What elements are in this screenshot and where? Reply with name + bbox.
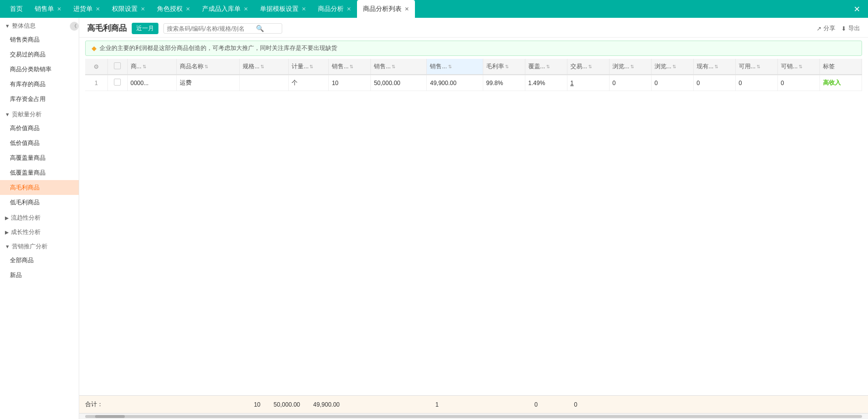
sidebar-item-stocked-goods[interactable]: 有库存的商品 bbox=[0, 77, 79, 92]
cell-sales-amt: 50,000.00 bbox=[371, 75, 427, 91]
footer-sales-amt: 50,000.00 bbox=[263, 401, 303, 408]
cell-trade[interactable]: 1 bbox=[567, 75, 609, 91]
footer-row: 合计： 10 50,000.00 49,900.00 1 0 0 bbox=[79, 395, 868, 413]
table-row: 1 0000... 运费 个 10 50,000.00 49,900.00 99… bbox=[85, 75, 862, 91]
sidebar-collapse-btn[interactable]: 《 bbox=[70, 22, 79, 31]
th-sales-qty[interactable]: 销售... ⇅ bbox=[329, 59, 371, 75]
close-sales-tab[interactable]: ✕ bbox=[57, 6, 61, 12]
close-permission-tab[interactable]: ✕ bbox=[141, 6, 145, 12]
search-icon[interactable]: 🔍 bbox=[256, 25, 264, 32]
th-browse2[interactable]: 浏览... ⇅ bbox=[651, 59, 693, 75]
tab-template[interactable]: 单据模板设置 ✕ bbox=[254, 0, 312, 18]
close-product-analysis-tab[interactable]: ✕ bbox=[347, 6, 351, 12]
th-sales-amt[interactable]: 销售... ⇅ bbox=[371, 59, 427, 75]
sort-icon-name: ⇅ bbox=[204, 64, 208, 69]
sidebar-group-growth[interactable]: ▶ 成长性分析 bbox=[0, 224, 79, 238]
trade-link[interactable]: 1 bbox=[570, 80, 574, 87]
chevron-down-icon-2: ▼ bbox=[5, 112, 10, 117]
sort-icon-cover: ⇅ bbox=[546, 64, 550, 69]
chevron-down-icon-3: ▼ bbox=[5, 244, 10, 249]
th-avail[interactable]: 可用... ⇅ bbox=[735, 59, 777, 75]
sidebar-item-sales-goods[interactable]: 销售类商品 bbox=[0, 32, 79, 47]
share-btn[interactable]: ↗ 分享 bbox=[817, 24, 835, 33]
footer-sales-cost: 49,900.00 bbox=[303, 401, 343, 408]
scroll-bar-track[interactable] bbox=[85, 415, 862, 418]
sidebar-item-low-cover[interactable]: 低覆盖量商品 bbox=[0, 165, 79, 180]
sidebar-item-new-goods[interactable]: 新品 bbox=[0, 268, 79, 282]
cell-code: 0000... bbox=[127, 75, 176, 91]
sort-icon-sales-cost: ⇅ bbox=[448, 64, 452, 69]
close-template-tab[interactable]: ✕ bbox=[302, 6, 306, 12]
close-role-tab[interactable]: ✕ bbox=[186, 6, 190, 12]
sidebar-item-all-goods[interactable]: 全部商品 bbox=[0, 253, 79, 268]
cell-sales-qty: 10 bbox=[329, 75, 371, 91]
select-all-checkbox[interactable] bbox=[114, 62, 121, 69]
export-icon: ⬇ bbox=[841, 25, 846, 32]
export-btn[interactable]: ⬇ 导出 bbox=[841, 24, 860, 33]
th-browse1[interactable]: 浏览... ⇅ bbox=[609, 59, 651, 75]
th-tag[interactable]: 标签 bbox=[819, 59, 862, 75]
cell-gross-rate: 99.8% bbox=[483, 75, 525, 91]
table-header-row: ⚙ 商... ⇅ 商品名称 bbox=[85, 59, 862, 75]
sort-icon-sales-qty: ⇅ bbox=[350, 64, 354, 69]
sidebar-item-low-margin[interactable]: 低毛利商品 bbox=[0, 195, 79, 210]
sidebar-item-high-margin[interactable]: 高毛利商品 bbox=[0, 180, 79, 195]
tab-finished-goods[interactable]: 产成品入库单 ✕ bbox=[196, 0, 254, 18]
sidebar-group-flow[interactable]: ▶ 流趋性分析 bbox=[0, 210, 79, 224]
th-sales-cost[interactable]: 销售... ⇅ bbox=[427, 59, 483, 75]
tab-product-analysis-list[interactable]: 商品分析列表 ✕ bbox=[357, 0, 415, 18]
cell-stock: 0 bbox=[693, 75, 735, 91]
content-header: 高毛利商品 近一月 🔍 ↗ 分享 ⬇ 导出 bbox=[79, 18, 868, 38]
tab-home[interactable]: 首页 bbox=[4, 0, 29, 18]
th-name[interactable]: 商品名称 ⇅ bbox=[176, 59, 240, 75]
info-icon: ◆ bbox=[92, 45, 97, 52]
tab-permission[interactable]: 权限设置 ✕ bbox=[106, 0, 151, 18]
sidebar-item-high-value[interactable]: 高价值商品 bbox=[0, 121, 79, 136]
th-code[interactable]: 商... ⇅ bbox=[127, 59, 176, 75]
th-cover[interactable]: 覆盖... ⇅ bbox=[525, 59, 567, 75]
th-settings[interactable]: ⚙ bbox=[85, 59, 107, 75]
tab-purchase[interactable]: 进货单 ✕ bbox=[67, 0, 106, 18]
content-area: 高毛利商品 近一月 🔍 ↗ 分享 ⬇ 导出 ◆ 企业的主要的利润都是这部分商品创… bbox=[79, 18, 868, 419]
filter-recent-month-btn[interactable]: 近一月 bbox=[132, 23, 158, 34]
cell-avail: 0 bbox=[735, 75, 777, 91]
th-check[interactable] bbox=[107, 59, 127, 75]
sidebar-item-high-cover[interactable]: 高覆盖量商品 bbox=[0, 150, 79, 165]
sidebar-item-low-value[interactable]: 低价值商品 bbox=[0, 136, 79, 150]
sidebar-item-traded-goods[interactable]: 交易过的商品 bbox=[0, 47, 79, 62]
sort-icon-sales-amt: ⇅ bbox=[392, 64, 396, 69]
sidebar: 《 ▼ 整体信息 销售类商品 交易过的商品 商品分类助销率 有库存的商品 库存资… bbox=[0, 18, 79, 419]
close-finished-goods-tab[interactable]: ✕ bbox=[244, 6, 248, 12]
sidebar-group-contribution[interactable]: ▼ 贡献量分析 bbox=[0, 106, 79, 121]
th-stock[interactable]: 现有... ⇅ bbox=[693, 59, 735, 75]
tab-sales[interactable]: 销售单 ✕ bbox=[29, 0, 67, 18]
table-wrapper: ⚙ 商... ⇅ 商品名称 bbox=[85, 59, 862, 395]
th-sell[interactable]: 可销... ⇅ bbox=[777, 59, 819, 75]
nav-close-all[interactable]: ✕ bbox=[850, 4, 864, 14]
sidebar-item-stock-capital[interactable]: 库存资金占用 bbox=[0, 92, 79, 106]
close-purchase-tab[interactable]: ✕ bbox=[96, 6, 100, 12]
header-actions: ↗ 分享 ⬇ 导出 bbox=[817, 24, 860, 33]
sidebar-group-marketing[interactable]: ▼ 营销推广分析 bbox=[0, 238, 79, 253]
search-input[interactable] bbox=[167, 25, 256, 32]
sort-icon-stock: ⇅ bbox=[715, 64, 718, 69]
info-banner: ◆ 企业的主要的利润都是这部分商品创造的，可考虑加大推广，同时关注库存是不要出现… bbox=[85, 41, 862, 56]
close-product-analysis-list-tab[interactable]: ✕ bbox=[405, 6, 409, 12]
cell-check[interactable] bbox=[107, 75, 127, 91]
tab-product-analysis[interactable]: 商品分析 ✕ bbox=[312, 0, 357, 18]
sort-icon-unit: ⇅ bbox=[309, 64, 313, 69]
cell-browse1: 0 bbox=[609, 75, 651, 91]
sidebar-group-overall[interactable]: ▼ 整体信息 bbox=[0, 18, 79, 32]
sort-icon-code: ⇅ bbox=[143, 64, 147, 69]
th-spec[interactable]: 规格... ⇅ bbox=[240, 59, 289, 75]
sidebar-item-category-assist[interactable]: 商品分类助销率 bbox=[0, 62, 79, 77]
th-trade[interactable]: 交易... ⇅ bbox=[567, 59, 609, 75]
th-unit[interactable]: 计量... ⇅ bbox=[289, 59, 329, 75]
th-gross-rate[interactable]: 毛利率 ⇅ bbox=[483, 59, 525, 75]
row-checkbox[interactable] bbox=[114, 79, 121, 86]
page-title: 高毛利商品 bbox=[87, 23, 127, 34]
cell-sell: 0 bbox=[777, 75, 819, 91]
scroll-thumb[interactable] bbox=[95, 415, 125, 418]
tab-role[interactable]: 角色授权 ✕ bbox=[151, 0, 196, 18]
footer-label: 合计： bbox=[85, 400, 125, 409]
